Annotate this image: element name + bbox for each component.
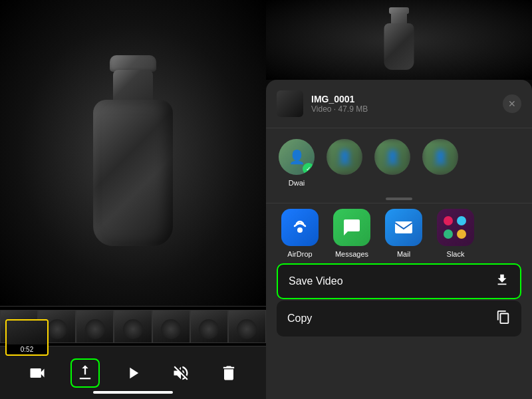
home-indicator — [93, 391, 173, 394]
copy-label: Copy — [287, 313, 312, 325]
frame-3 — [76, 310, 114, 343]
frame-7 — [228, 310, 266, 343]
mail-envelope-icon — [393, 217, 414, 238]
copy-document-icon — [496, 310, 511, 325]
contact-blurred-1[interactable] — [325, 139, 364, 187]
thumbnail-time: 0:52 — [7, 344, 47, 354]
mini-bottle-body — [384, 23, 414, 70]
mini-bottle — [379, 10, 419, 70]
left-panel: 0:52 — [0, 0, 266, 399]
share-header: IMG_0001 Video · 47.9 MB ✕ — [266, 80, 532, 128]
share-info: IMG_0001 Video · 47.9 MB — [311, 94, 503, 114]
frame-5 — [152, 310, 190, 343]
app-item-mail[interactable]: Mail — [380, 209, 427, 258]
delete-button[interactable] — [214, 358, 243, 388]
contact-avatar-dwai: ✓ — [279, 139, 315, 175]
slack-dot-2 — [457, 216, 466, 225]
share-icon — [76, 364, 94, 382]
save-video-icon — [495, 273, 509, 291]
contact-avatar-blurred-1 — [327, 139, 362, 175]
share-button[interactable] — [70, 358, 100, 388]
save-video-action[interactable]: Save Video — [277, 263, 521, 299]
mail-icon — [385, 209, 422, 246]
download-icon — [495, 273, 509, 287]
actions-section: Save Video Copy — [266, 263, 532, 399]
right-top-preview — [266, 0, 532, 80]
bottle-body — [93, 100, 173, 246]
right-panel: IMG_0001 Video · 47.9 MB ✕ ✓ Dwai — [266, 0, 532, 399]
contact-avatar-blurred-3 — [422, 139, 458, 175]
avatar-image-blurred-1 — [327, 139, 362, 175]
copy-action[interactable]: Copy — [277, 301, 521, 336]
contacts-row: ✓ Dwai — [266, 128, 532, 198]
share-sheet: IMG_0001 Video · 47.9 MB ✕ ✓ Dwai — [266, 80, 532, 399]
airdrop-label: AirDrop — [287, 250, 312, 258]
avatar-image-blurred-3 — [422, 139, 458, 175]
play-icon — [124, 364, 142, 382]
svg-point-0 — [297, 227, 303, 233]
svg-rect-1 — [395, 221, 412, 233]
slack-label: Slack — [447, 250, 465, 258]
app-item-slack[interactable]: Slack — [432, 209, 479, 258]
slack-icon — [437, 209, 474, 246]
airdrop-waves-icon — [289, 217, 311, 238]
app-item-airdrop[interactable]: AirDrop — [277, 209, 323, 258]
close-button[interactable]: ✕ — [503, 94, 521, 113]
airdrop-icon — [281, 209, 319, 246]
mail-label: Mail — [397, 250, 410, 258]
slack-dot-3 — [444, 229, 453, 239]
share-title: IMG_0001 — [311, 94, 503, 104]
frame-6 — [190, 310, 228, 343]
messages-bubble-icon — [341, 217, 362, 238]
messages-icon — [333, 209, 370, 246]
camera-icon — [28, 364, 47, 382]
play-button[interactable] — [118, 358, 148, 388]
mute-icon — [172, 364, 190, 382]
scroll-dot — [386, 198, 412, 200]
copy-icon — [496, 310, 511, 328]
scroll-indicator — [266, 198, 532, 200]
video-preview — [0, 0, 266, 306]
slack-dot-1 — [444, 216, 453, 225]
selected-thumbnail: 0:52 — [5, 319, 49, 356]
share-thumbnail — [277, 90, 303, 117]
thumbnail-image — [7, 321, 47, 344]
slack-dot-4 — [457, 229, 466, 239]
share-subtitle: Video · 47.9 MB — [311, 104, 503, 114]
bottle-visual — [80, 60, 186, 246]
messages-label: Messages — [335, 250, 368, 258]
contact-blurred-2[interactable] — [372, 139, 412, 187]
contact-name-dwai: Dwai — [289, 179, 305, 187]
app-item-messages[interactable]: Messages — [329, 209, 375, 258]
delete-icon — [219, 364, 238, 382]
frame-4 — [114, 310, 152, 343]
contact-dwai[interactable]: ✓ Dwai — [277, 139, 317, 187]
bottle-neck — [113, 70, 153, 103]
avatar-image-blurred-2 — [374, 139, 410, 175]
camera-button[interactable] — [23, 358, 52, 388]
save-video-label: Save Video — [289, 275, 343, 287]
whatsapp-badge: ✓ — [303, 163, 315, 175]
contact-avatar-blurred-2 — [374, 139, 410, 175]
apps-row: AirDrop Messages Mail — [266, 203, 532, 263]
mute-button[interactable] — [166, 358, 196, 388]
contact-blurred-3[interactable] — [420, 139, 460, 187]
